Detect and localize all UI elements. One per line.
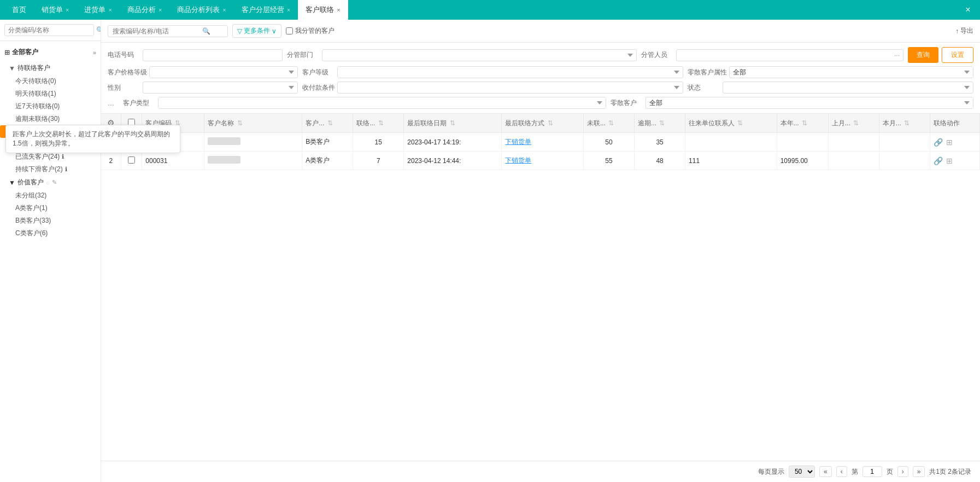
pending-group-title[interactable]: ▼ 待联络客户 xyxy=(0,61,101,75)
th-overdue[interactable]: 逾期... ⇅ xyxy=(635,114,685,133)
blurred-name-1 xyxy=(208,137,240,145)
all-customers-header[interactable]: ⊞ 全部客户 » xyxy=(0,45,101,59)
main-search-input[interactable] xyxy=(113,27,200,35)
sidebar-item-declining[interactable]: 持续下滑客户(2) ℹ xyxy=(0,163,101,176)
filter-icon: ▽ xyxy=(237,27,242,35)
more-conditions-button[interactable]: ▽ 更多条件 ∨ xyxy=(232,24,281,38)
customer-level-select[interactable] xyxy=(337,66,683,78)
th-last-method[interactable]: 最后联络方式 ⇅ xyxy=(502,114,584,133)
close-customer-contact-icon[interactable]: × xyxy=(337,7,340,13)
sidebar-item-overdue-uncontacted[interactable]: 逾期未联络(30) xyxy=(0,113,101,125)
td-no-2: 2 xyxy=(101,152,121,170)
sidebar-item-tomorrow-pending[interactable]: 明天待联络(1) xyxy=(0,88,101,100)
filter-price-level: 客户价格等级 xyxy=(108,66,298,78)
th-this-month[interactable]: 本月... ⇅ xyxy=(879,114,930,133)
sidebar-item-today-pending[interactable]: 今天待联络(0) xyxy=(0,75,101,88)
close-purchase-order-icon[interactable]: × xyxy=(108,7,112,13)
top-navigation: 首页 销货单 × 进货单 × 商品分析 × 商品分析列表 × 客户分层经营 × … xyxy=(0,0,980,20)
th-uncontacted[interactable]: 未联... ⇅ xyxy=(584,114,635,133)
filter-row-4: ... 客户类型 零散客户 全部 xyxy=(108,97,973,109)
filter-gender: 性别 xyxy=(108,82,298,94)
nav-customer-segmentation[interactable]: 客户分层经营 × xyxy=(234,0,298,20)
td-contacts-person-1 xyxy=(685,133,777,152)
pagination-bar: 每页显示 50 « ‹ 第 页 › » 共1页 2条记录 xyxy=(101,461,980,482)
price-level-select[interactable] xyxy=(149,66,298,78)
first-page-button[interactable]: « xyxy=(819,466,832,477)
settings-button[interactable]: 设置 xyxy=(942,47,973,63)
td-level-2: A类客户 xyxy=(302,152,353,170)
nav-product-analysis[interactable]: 商品分析 × xyxy=(120,0,169,20)
close-product-analysis-list-icon[interactable]: × xyxy=(222,7,226,13)
filter-row-1: 电话号码 分管部门 分管人员 ··· 查询 设置 xyxy=(108,47,973,63)
sort-uncontacted-icon: ⇅ xyxy=(608,119,614,127)
th-last-month[interactable]: 上月... ⇅ xyxy=(828,114,879,133)
manager-input[interactable]: ··· xyxy=(676,49,903,61)
filter-more-dots[interactable]: ... xyxy=(108,98,114,107)
td-overdue-2: 48 xyxy=(635,152,685,170)
sidebar-item-c-class[interactable]: C类客户(6) xyxy=(0,227,101,240)
export-button[interactable]: ↑ 导出 xyxy=(955,26,973,36)
sidebar-item-b-class[interactable]: B类客户(33) xyxy=(0,214,101,227)
retail-attr-select[interactable]: 全部 xyxy=(729,66,973,78)
filter-phone: 电话号码 xyxy=(108,49,283,61)
th-contact[interactable]: 联络... ⇅ xyxy=(353,114,404,133)
link-icon-1[interactable]: 🔗 xyxy=(934,138,943,147)
retail-customer-select[interactable]: 全部 xyxy=(645,97,973,109)
nav-customer-contact[interactable]: 客户联络 × xyxy=(298,0,348,20)
filter-customer-level: 客户等级 xyxy=(302,66,683,78)
th-name[interactable]: 客户名称 ⇅ xyxy=(204,114,302,133)
td-uncontacted-2: 55 xyxy=(584,152,635,170)
td-last-date-1: 2023-04-17 14:19: xyxy=(404,133,502,152)
customer-type-select[interactable] xyxy=(158,97,607,109)
sidebar-search-icon[interactable]: 🔍 xyxy=(96,26,101,34)
nav-home[interactable]: 首页 xyxy=(4,0,34,20)
gender-select[interactable] xyxy=(143,82,298,94)
expand-arrow-icon: ▼ xyxy=(9,65,15,72)
th-last-date[interactable]: 最后联络日期 ⇅ xyxy=(404,114,502,133)
page-size-select[interactable]: 50 xyxy=(789,466,815,478)
action-icons-2: 🔗 ⊞ xyxy=(934,156,976,165)
payment-select[interactable] xyxy=(337,82,683,94)
last-page-button[interactable]: » xyxy=(913,466,925,477)
next-page-button[interactable]: › xyxy=(897,466,908,477)
customer-table-area: ⚙ 客户编码 ⇅ 客户名称 ⇅ xyxy=(101,114,980,461)
th-contacts-person[interactable]: 往来单位联系人 ⇅ xyxy=(685,114,777,133)
edit-icon[interactable]: ✎ xyxy=(52,179,57,186)
nav-purchase-order[interactable]: 进货单 × xyxy=(77,0,119,20)
page-number-input[interactable] xyxy=(862,466,882,477)
last-method-link-2[interactable]: 下销货单 xyxy=(505,156,531,164)
filter-manager: 分管人员 ··· xyxy=(641,49,903,61)
sidebar-item-7days-pending[interactable]: 近7天待联络(0) xyxy=(0,100,101,113)
sidebar-item-ungroup[interactable]: 未分组(32) xyxy=(0,189,101,202)
td-last-month-1 xyxy=(828,133,879,152)
my-customers-checkbox[interactable] xyxy=(286,27,293,34)
close-customer-segmentation-icon[interactable]: × xyxy=(287,7,290,13)
query-button[interactable]: 查询 xyxy=(908,47,938,63)
td-code-2: 000031 xyxy=(142,152,204,170)
value-customers-header[interactable]: ▼ 价值客户 ○ ✎ xyxy=(0,176,101,189)
close-sales-order-icon[interactable]: × xyxy=(66,7,69,13)
window-close-button[interactable]: × xyxy=(960,2,976,18)
th-level[interactable]: 客户... ⇅ xyxy=(302,114,353,133)
right-content: 🔍 ▽ 更多条件 ∨ 我分管的客户 ↑ 导出 电话号码 xyxy=(101,20,980,482)
phone-input[interactable] xyxy=(143,49,283,61)
nav-product-analysis-list[interactable]: 商品分析列表 × xyxy=(169,0,233,20)
department-select[interactable] xyxy=(322,49,637,61)
nav-sales-order[interactable]: 销货单 × xyxy=(34,0,77,20)
link-icon-2[interactable]: 🔗 xyxy=(934,156,943,165)
prev-page-button[interactable]: ‹ xyxy=(836,466,847,477)
last-method-link-1[interactable]: 下销货单 xyxy=(505,138,531,146)
th-action: 联络动作 xyxy=(930,114,979,133)
sort-last-date-icon: ⇅ xyxy=(450,119,455,127)
close-product-analysis-icon[interactable]: × xyxy=(159,7,162,13)
th-this-year[interactable]: 本年... ⇅ xyxy=(777,114,828,133)
sidebar-item-a-class[interactable]: A类客户(1) xyxy=(0,202,101,214)
collapse-icon[interactable]: » xyxy=(93,49,96,56)
grid-action-icon-2[interactable]: ⊞ xyxy=(946,156,953,165)
status-select[interactable] xyxy=(723,82,973,94)
main-search-icon[interactable]: 🔍 xyxy=(202,27,210,35)
grid-action-icon-1[interactable]: ⊞ xyxy=(946,138,953,147)
row-2-checkbox[interactable] xyxy=(128,156,135,164)
sidebar-search-input[interactable] xyxy=(4,24,94,36)
table-row: 2 000031 A类客户 xyxy=(101,152,980,170)
